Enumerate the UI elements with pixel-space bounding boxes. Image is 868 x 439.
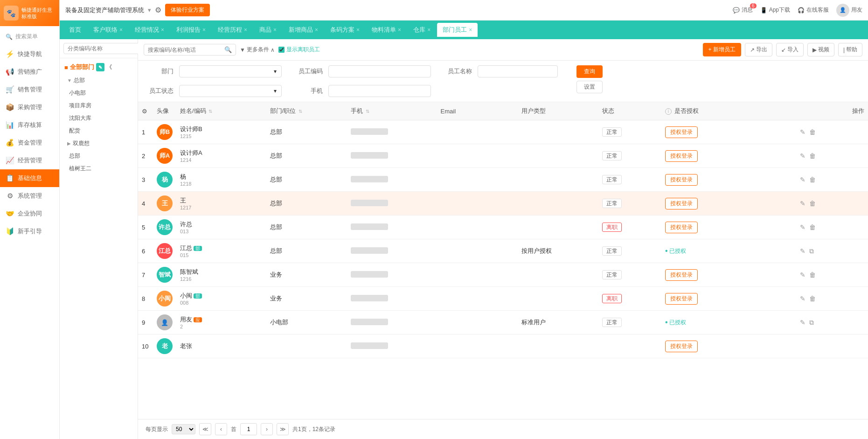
col-phone[interactable]: 手机 ⇅: [347, 102, 437, 120]
delete-icon-5[interactable]: 🗑: [809, 223, 816, 231]
show-resigned-checkbox[interactable]: [278, 47, 285, 53]
delete-icon-7[interactable]: 🗑: [809, 271, 816, 279]
tab-goods[interactable]: 商品 ×: [254, 23, 282, 37]
dept-item-3[interactable]: 配货: [60, 125, 138, 137]
sidebar-item-operations[interactable]: 📈 经营管理: [0, 152, 59, 169]
edit-icon-4[interactable]: ✎: [800, 200, 806, 207]
prev-page-btn[interactable]: ‹: [215, 423, 227, 435]
help-button[interactable]: | 帮助: [838, 43, 862, 56]
next-page-btn[interactable]: ›: [261, 423, 273, 435]
view-button[interactable]: ▶ 视频: [807, 43, 834, 56]
status-select[interactable]: ▾: [179, 85, 282, 97]
phone-input[interactable]: [328, 85, 431, 97]
edit-icon-9[interactable]: ✎: [800, 319, 806, 326]
edit-icon-2[interactable]: ✎: [800, 152, 806, 160]
dept-all[interactable]: ■ 全部部门 ✎ 《: [60, 60, 138, 74]
tab-journey-close[interactable]: ×: [244, 27, 247, 33]
sidebar-item-collab[interactable]: 🤝 企业协同: [0, 205, 59, 223]
more-filter-btn[interactable]: ▼ 更多条件 ∧: [240, 46, 275, 54]
tab-home[interactable]: 首页: [63, 23, 87, 37]
auth-btn-8[interactable]: 授权登录: [665, 293, 698, 305]
dropdown-arrow[interactable]: ▾: [148, 7, 151, 14]
edit-icon-7[interactable]: ✎: [800, 271, 806, 279]
copy-icon-9[interactable]: ⧉: [809, 319, 814, 327]
settings-icon[interactable]: ⚙: [155, 6, 161, 14]
sidebar-item-sales[interactable]: 🛒 销售管理: [0, 81, 59, 98]
auth-btn-5[interactable]: 授权登录: [665, 222, 698, 233]
sidebar-item-finance[interactable]: 💰 资金管理: [0, 134, 59, 152]
edit-icon-5[interactable]: ✎: [800, 223, 806, 231]
dept-item-6[interactable]: 植树王二: [60, 162, 138, 175]
tab-journey[interactable]: 经营历程 ×: [212, 23, 253, 37]
search-icon[interactable]: 🔍: [224, 46, 232, 53]
sidebar-item-search[interactable]: 🔍 搜索菜单: [0, 28, 59, 45]
sidebar-item-basics[interactable]: 📋 基础信息: [0, 169, 59, 187]
query-button[interactable]: 查询: [576, 65, 603, 78]
auth-btn-2[interactable]: 授权登录: [665, 150, 698, 162]
add-employee-button[interactable]: + 新增员工: [703, 43, 741, 56]
tab-customer-close[interactable]: ×: [119, 27, 123, 33]
dept-select[interactable]: ▾: [179, 65, 282, 77]
tab-barcode-close[interactable]: ×: [356, 27, 360, 33]
sidebar-item-inventory[interactable]: 📊 库存核算: [0, 116, 59, 134]
tab-warehouse-close[interactable]: ×: [427, 27, 431, 33]
edit-icon-8[interactable]: ✎: [800, 295, 806, 302]
tab-staff-close[interactable]: ×: [469, 27, 472, 33]
copy-icon-6[interactable]: ⧉: [809, 247, 814, 255]
sidebar-item-guide[interactable]: 🔰 新手引导: [0, 223, 59, 240]
export-button[interactable]: ↗ 导出: [745, 43, 772, 56]
sidebar-item-purchase[interactable]: 📦 采购管理: [0, 98, 59, 116]
auth-btn-7[interactable]: 授权登录: [665, 269, 698, 281]
dept-search-input[interactable]: [63, 43, 142, 54]
emp-code-input[interactable]: [328, 65, 431, 77]
col-dept[interactable]: 部门/职位 ⇅: [266, 102, 347, 120]
user-menu[interactable]: 👤 用友: [836, 4, 862, 17]
emp-name-input[interactable]: [478, 65, 558, 77]
auth-btn-4[interactable]: 授权登录: [665, 198, 698, 209]
per-page-select[interactable]: 50 100: [172, 424, 195, 434]
sidebar-item-marketing[interactable]: 📢 营销推广: [0, 63, 59, 81]
edit-icon-3[interactable]: ✎: [800, 176, 806, 183]
tab-bom-close[interactable]: ×: [398, 27, 401, 33]
tab-operations-close[interactable]: ×: [161, 27, 164, 33]
message-button[interactable]: 💬 消息 6: [733, 6, 753, 14]
dept-item-5[interactable]: 总部: [60, 150, 138, 162]
first-page-btn[interactable]: ≪: [199, 423, 211, 435]
auth-btn-1[interactable]: 授权登录: [665, 126, 698, 138]
tab-bom[interactable]: 物料清单 ×: [366, 23, 407, 37]
col-settings[interactable]: ⚙: [138, 102, 153, 120]
dept-item-1[interactable]: 项目库房: [60, 99, 138, 112]
tab-goods-close[interactable]: ×: [273, 27, 277, 33]
tab-operations[interactable]: 经营情况 ×: [129, 23, 170, 37]
tab-add-goods-close[interactable]: ×: [315, 27, 318, 33]
dept-item-2[interactable]: 沈阳大库: [60, 112, 138, 125]
edit-icon-6[interactable]: ✎: [800, 247, 806, 255]
search-input[interactable]: [148, 47, 222, 53]
sidebar-item-system[interactable]: ⚙ 系统管理: [0, 187, 59, 205]
page-number-input[interactable]: [240, 423, 257, 435]
dept-group-head[interactable]: ▼ 总部: [60, 74, 138, 87]
tab-barcode[interactable]: 条码方案 ×: [325, 23, 365, 37]
last-page-btn[interactable]: ≫: [277, 423, 289, 435]
delete-icon-3[interactable]: 🗑: [809, 176, 816, 183]
delete-icon-4[interactable]: 🗑: [809, 200, 816, 207]
auth-btn-3[interactable]: 授权登录: [665, 174, 698, 186]
auth-btn-10[interactable]: 授权登录: [665, 341, 698, 352]
dept-edit-icon[interactable]: ✎: [96, 63, 104, 71]
tab-customer[interactable]: 客户联络 ×: [88, 23, 128, 37]
tab-add-goods[interactable]: 新增商品 ×: [283, 23, 324, 37]
tab-profit[interactable]: 利润报告 ×: [171, 23, 211, 37]
import-button[interactable]: ↙ 导入: [776, 43, 804, 56]
sidebar-item-quicknav[interactable]: ⚡ 快捷导航: [0, 45, 59, 63]
auth-info-icon[interactable]: i: [665, 108, 672, 115]
tab-staff[interactable]: 部门员工 ×: [437, 23, 478, 37]
online-service-button[interactable]: 🎧 在线客服: [798, 6, 829, 14]
trial-button[interactable]: 体验行业方案: [165, 4, 210, 16]
delete-icon-1[interactable]: 🗑: [809, 128, 816, 136]
collapse-icon[interactable]: 《: [106, 63, 112, 71]
edit-icon-1[interactable]: ✎: [800, 128, 806, 136]
delete-icon-8[interactable]: 🗑: [809, 295, 816, 302]
tab-profit-close[interactable]: ×: [202, 27, 206, 33]
dept-group-shuangluxiang[interactable]: ▶ 双鹿想: [60, 137, 138, 150]
dept-item-0[interactable]: 小电部: [60, 87, 138, 99]
